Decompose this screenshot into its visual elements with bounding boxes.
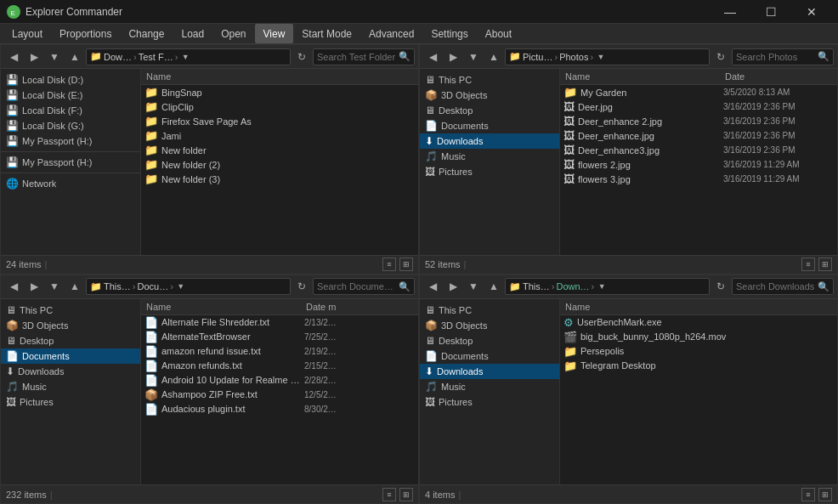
file-row[interactable]: ⚙ UserBenchMark.exe	[560, 315, 837, 330]
file-row[interactable]: 📄 Audacious plugin.txt 8/30/2…	[141, 402, 418, 416]
close-button[interactable]: ✕	[792, 0, 831, 24]
nav-local-disk-f[interactable]: 💾 Local Disk (F:)	[1, 103, 140, 118]
nav-local-disk-d[interactable]: 💾 Local Disk (D:)	[1, 72, 140, 88]
maximize-button[interactable]: ☐	[751, 0, 790, 24]
file-row[interactable]: 📁 Firefox Save Page As	[141, 114, 418, 128]
forward-button[interactable]: ▶	[25, 277, 43, 296]
file-row[interactable]: 📁 Telegram Desktop	[560, 359, 837, 373]
nav-3d-objects[interactable]: 📦 3D Objects	[420, 318, 559, 333]
menu-startmode[interactable]: Start Mode	[293, 24, 360, 43]
menu-about[interactable]: About	[477, 24, 520, 43]
history-button[interactable]: ▼	[45, 277, 64, 296]
col-header-date[interactable]: Date	[723, 71, 834, 82]
up-button[interactable]: ▲	[484, 277, 503, 296]
nav-music[interactable]: 🎵 Music	[1, 379, 140, 394]
path-box[interactable]: 📁 Pictu… › Photos › ▼	[505, 48, 710, 65]
history-button[interactable]: ▼	[464, 48, 483, 66]
back-button[interactable]: ◀	[423, 48, 442, 66]
nav-documents[interactable]: 📄 Documents	[420, 118, 559, 133]
file-row[interactable]: 📁 My Garden 3/5/2020 8:13 AM	[560, 85, 837, 99]
menu-view[interactable]: View	[255, 24, 294, 43]
col-header-name[interactable]: Name	[563, 71, 723, 82]
up-button[interactable]: ▲	[484, 48, 503, 66]
nav-passport-h1[interactable]: 💾 My Passport (H:)	[1, 133, 140, 149]
file-row[interactable]: 🎬 big_buck_bunny_1080p_h264.mov	[560, 330, 837, 344]
path-box[interactable]: 📁 This… › Docu… › ▼	[86, 278, 291, 295]
nav-downloads[interactable]: ⬇ Downloads	[420, 364, 559, 379]
file-row[interactable]: 🖼 flowers 2.jpg 3/16/2019 11:29 AM	[560, 157, 837, 172]
menu-proportions[interactable]: Proportions	[51, 24, 120, 43]
col-header-date[interactable]: Date m	[304, 301, 415, 313]
search-input[interactable]	[736, 281, 816, 292]
history-button[interactable]: ▼	[45, 48, 64, 66]
up-button[interactable]: ▲	[65, 277, 84, 296]
file-row[interactable]: 🖼 flowers 3.jpg 3/16/2019 11:29 AM	[560, 172, 837, 186]
file-row[interactable]: 📁 New folder (3)	[141, 172, 418, 186]
nav-this-pc[interactable]: 🖥 This PC	[1, 303, 140, 318]
back-button[interactable]: ◀	[423, 277, 442, 296]
nav-documents[interactable]: 📄 Documents	[420, 348, 559, 364]
path-dropdown-button[interactable]: ▼	[175, 280, 187, 292]
forward-button[interactable]: ▶	[444, 48, 462, 66]
nav-pictures[interactable]: 🖼 Pictures	[420, 394, 559, 410]
nav-desktop[interactable]: 🖥 Desktop	[420, 333, 559, 348]
nav-pictures[interactable]: 🖼 Pictures	[1, 394, 140, 410]
file-row[interactable]: 📄 Amazon refunds.txt 2/15/2…	[141, 359, 418, 373]
view-btn-2[interactable]: ⊞	[399, 258, 413, 271]
view-btn-2[interactable]: ⊞	[818, 258, 832, 271]
refresh-button[interactable]: ↻	[292, 277, 311, 296]
path-box[interactable]: 📁 This… › Down… › ▼	[505, 278, 710, 295]
view-btn-1[interactable]: ≡	[801, 488, 815, 501]
path-dropdown-button[interactable]: ▼	[596, 280, 608, 292]
file-row[interactable]: 📄 amazon refund issue.txt 2/19/2…	[141, 344, 418, 359]
nav-desktop[interactable]: 🖥 Desktop	[1, 333, 140, 348]
file-row[interactable]: 📁 Jami	[141, 128, 418, 143]
search-input[interactable]	[317, 52, 397, 62]
view-btn-2[interactable]: ⊞	[818, 488, 832, 501]
nav-downloads[interactable]: ⬇ Downloads	[420, 133, 559, 149]
nav-local-disk-g[interactable]: 💾 Local Disk (G:)	[1, 118, 140, 133]
menu-load[interactable]: Load	[173, 24, 212, 43]
col-header-name[interactable]: Name	[144, 301, 304, 313]
menu-settings[interactable]: Settings	[422, 24, 476, 43]
refresh-button[interactable]: ↻	[711, 277, 730, 296]
file-row[interactable]: 📁 New folder	[141, 143, 418, 157]
nav-passport-h2[interactable]: 💾 My Passport (H:)	[1, 155, 140, 170]
view-btn-1[interactable]: ≡	[382, 488, 396, 501]
nav-desktop[interactable]: 🖥 Desktop	[420, 103, 559, 118]
refresh-button[interactable]: ↻	[292, 48, 311, 66]
back-button[interactable]: ◀	[4, 48, 23, 66]
col-header-name[interactable]: Name	[563, 301, 834, 313]
back-button[interactable]: ◀	[4, 277, 23, 296]
file-row[interactable]: 🖼 Deer.jpg 3/16/2019 2:36 PM	[560, 99, 837, 114]
nav-3d-objects[interactable]: 📦 3D Objects	[1, 318, 140, 333]
forward-button[interactable]: ▶	[25, 48, 43, 66]
file-row[interactable]: 📄 Android 10 Update for Realme X and Rea…	[141, 373, 418, 388]
search-input[interactable]	[736, 52, 816, 62]
minimize-button[interactable]: —	[711, 0, 750, 24]
refresh-button[interactable]: ↻	[711, 48, 730, 66]
menu-open[interactable]: Open	[212, 24, 254, 43]
menu-change[interactable]: Change	[120, 24, 173, 43]
file-row[interactable]: 🖼 Deer_enhance3.jpg 3/16/2019 2:36 PM	[560, 143, 837, 157]
file-row[interactable]: 🖼 Deer_enhance.jpg 3/16/2019 2:36 PM	[560, 128, 837, 143]
nav-music[interactable]: 🎵 Music	[420, 149, 559, 164]
path-dropdown-button[interactable]: ▼	[179, 51, 191, 63]
nav-this-pc[interactable]: 🖥 This PC	[420, 303, 559, 318]
history-button[interactable]: ▼	[464, 277, 483, 296]
up-button[interactable]: ▲	[65, 48, 84, 66]
nav-local-disk-e[interactable]: 💾 Local Disk (E:)	[1, 88, 140, 103]
file-row[interactable]: 📁 ClipClip	[141, 99, 418, 114]
file-row[interactable]: 📄 AlternateTextBrowser 7/25/2…	[141, 330, 418, 344]
file-row[interactable]: 📁 New folder (2)	[141, 157, 418, 172]
path-dropdown-button[interactable]: ▼	[595, 51, 607, 63]
path-box[interactable]: 📁 Dow… › Test F… › ▼	[86, 48, 291, 65]
menu-advanced[interactable]: Advanced	[360, 24, 422, 43]
nav-network[interactable]: 🌐 Network	[1, 176, 140, 191]
nav-music[interactable]: 🎵 Music	[420, 379, 559, 394]
nav-pictures[interactable]: 🖼 Pictures	[420, 164, 559, 179]
view-btn-2[interactable]: ⊞	[399, 488, 413, 501]
forward-button[interactable]: ▶	[444, 277, 462, 296]
nav-this-pc[interactable]: 🖥 This PC	[420, 72, 559, 88]
col-header-name[interactable]: Name	[144, 71, 415, 82]
